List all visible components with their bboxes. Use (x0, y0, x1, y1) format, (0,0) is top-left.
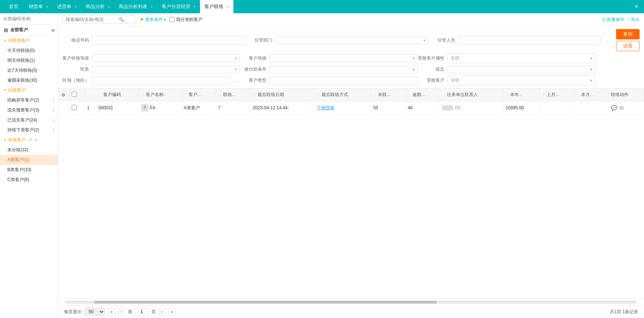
sidebar-item[interactable]: A类客户(1) (0, 155, 58, 165)
sidebar-group-待联络客户[interactable]: ▼ 待联络客户 (0, 36, 58, 46)
nav-tab-首页[interactable]: 首页 (3, 0, 24, 13)
nav-tab-进货单[interactable]: 进货单× (53, 0, 81, 13)
export-icon: ↑ (627, 17, 630, 22)
export-btn[interactable]: ↑ 导出 (627, 17, 640, 23)
sidebar-group-问题客户[interactable]: ▼ 问题客户 (0, 85, 58, 95)
tab-close-icon[interactable]: × (46, 4, 48, 9)
tab-close-icon[interactable]: × (193, 4, 196, 9)
refresh-icon[interactable]: ↺ (29, 138, 32, 142)
more-conditions-btn[interactable]: ▼ 更多条件 ▾ (140, 17, 166, 23)
filter-price-level: 客户价格等级 ▾ (62, 54, 240, 62)
sidebar-item[interactable]: C类客户(6) (0, 175, 58, 185)
price-level-select[interactable]: ▾ (92, 54, 240, 62)
overdue-column[interactable]: ⋮ 逾期... (405, 89, 440, 101)
gear-column[interactable]: ⚙ (58, 89, 69, 101)
action-column: 联络动作 (609, 89, 644, 101)
row-last-date: 2023-04-12 14:44: (250, 101, 314, 115)
batch-ops-btn[interactable]: ☑ 批量操作 (602, 17, 625, 23)
this-year-column[interactable]: ⋮ 本年... (503, 89, 540, 101)
last-page-btn[interactable]: » (168, 308, 176, 315)
uncontacted-column[interactable]: ⋮ 未联... (371, 89, 405, 101)
sidebar-item[interactable]: 今天待联络(0) (0, 46, 58, 56)
sidebar-search-input[interactable] (3, 16, 58, 21)
phone-input[interactable] (92, 36, 246, 45)
last-way-column[interactable]: ⋮ 最后联络方式 (314, 89, 371, 101)
chevron-down-icon: ▾ (413, 56, 415, 60)
tab-close-icon[interactable]: × (74, 4, 76, 9)
close-all-btn[interactable]: × (632, 3, 641, 10)
last-way-link[interactable]: 下销货单 (317, 105, 334, 110)
set-btn[interactable]: 设置 (616, 41, 640, 51)
sidebar-group-价值客户[interactable]: ▼ 价值客户 ↺✎ (0, 135, 58, 145)
retail-attr-select[interactable]: 全部 ▾ (447, 53, 595, 63)
region-input[interactable] (92, 76, 230, 85)
table-row: 1 000031 ?Ea A类客户 7 2023-04-12 14:44: 下销… (58, 101, 644, 115)
nature-select[interactable]: ▾ (92, 66, 240, 73)
customer-level-select[interactable]: ▾ (269, 54, 418, 62)
class-column[interactable]: ⋮ 客户... (181, 89, 216, 101)
nav-tab-商品分析[interactable]: 商品分析× (81, 0, 114, 13)
customer-type-input[interactable] (269, 76, 418, 85)
nav-tab-客户分层经营[interactable]: 客户分层经营× (157, 0, 200, 13)
triangle-icon: ▼ (4, 138, 7, 142)
qr-icon[interactable]: ⊞ (619, 105, 624, 111)
per-page-select[interactable]: 50 20 100 (85, 308, 105, 316)
sidebar-item[interactable]: 已流失客户(24)ℹ (0, 115, 58, 125)
tab-close-icon[interactable]: × (150, 4, 153, 9)
manager-dots-btn[interactable]: … (601, 38, 612, 43)
region-dots-btn[interactable]: … (230, 78, 240, 83)
horizontal-scrollbar[interactable] (58, 298, 644, 305)
sidebar-item[interactable]: B类客户(33) (0, 165, 58, 175)
code-column[interactable]: ⋮ 客户编码 (96, 89, 139, 101)
scroll-track[interactable] (65, 301, 637, 304)
row-this-month (574, 101, 609, 115)
sidebar-all-customers[interactable]: ⊞ 全部客户 ◀ (0, 25, 58, 36)
sidebar-item[interactable]: 近7天待联络(0) (0, 66, 58, 75)
message-icon[interactable]: 💬 (611, 105, 617, 111)
this-month-column[interactable]: ⋮ 本月... (574, 89, 609, 101)
filter-retail-customer: 零散客户 全部 ▾ (418, 75, 595, 85)
row-select-checkbox[interactable] (72, 105, 77, 110)
row-gear (58, 101, 69, 115)
nav-tab-商品分析列表[interactable]: 商品分析列表× (114, 0, 157, 13)
main-search-input[interactable] (66, 17, 117, 22)
nav-tab-客户联络[interactable]: 客户联络× (200, 0, 233, 13)
nav-tab-销货单[interactable]: 销货单× (24, 0, 53, 13)
main-search-icon[interactable]: 🔍 (119, 17, 124, 22)
query-btn[interactable]: 查询 (616, 29, 640, 39)
next-page-btn[interactable]: › (159, 308, 165, 315)
select-all-checkbox[interactable] (72, 92, 77, 97)
sidebar-item[interactable]: 未分组(32) (0, 145, 58, 155)
last-date-column[interactable]: ⋮ 最后联络日期 (250, 89, 314, 101)
page-number-input[interactable] (135, 308, 149, 315)
status-select[interactable]: ▾ (447, 66, 595, 73)
prev-page-btn[interactable]: ‹ (118, 308, 125, 315)
sidebar-all-label: 全部客户 (10, 27, 28, 33)
name-column[interactable]: ⋮ 客户名称 (139, 89, 181, 101)
sidebar-item[interactable]: 逾期未联络(30) (0, 75, 58, 85)
sidebar-item[interactable]: 流失预警客户(3)ℹ (0, 105, 58, 115)
edit-icon[interactable]: ✎ (35, 138, 38, 142)
tab-close-icon[interactable]: × (226, 4, 229, 9)
unit-contact-column[interactable]: ⋮ 往来单位联系人 (440, 89, 503, 101)
chevron-down-icon: ▾ (164, 18, 166, 22)
sidebar-item[interactable]: 回购异常客户(2)ℹ (0, 95, 58, 105)
tab-close-icon[interactable]: × (108, 4, 110, 9)
sidebar-item[interactable]: 持续下滑客户(2)ℹ (0, 125, 58, 135)
table-header-row: ⚙ ⋮ 客户编码 ⋮ 客户名称 ⋮ 客户... ⋮ 联络... ⋮ 最后联络日期… (58, 89, 644, 101)
my-customers-checkbox[interactable] (169, 17, 175, 22)
row-name: ?Ea (139, 101, 181, 115)
manager-input[interactable] (458, 36, 601, 45)
payment-select[interactable]: ▾ (269, 66, 418, 73)
filter-status: 状态 ▾ (418, 66, 595, 73)
retail-customer-select[interactable]: 全部 ▾ (447, 75, 595, 85)
main-layout: 🔍 ⊞ 全部客户 ◀ ▼ 待联络客户今天待联络(0)明天待联络(1)近7天待联络… (0, 13, 644, 318)
first-page-btn[interactable]: « (108, 308, 115, 315)
dept-select[interactable]: ▾ (275, 36, 429, 44)
collapse-icon[interactable]: ◀ (51, 28, 54, 33)
last-month-column[interactable]: ⋮ 上月... (540, 89, 574, 101)
sidebar-item[interactable]: 明天待联络(1) (0, 56, 58, 66)
contact-column[interactable]: ⋮ 联络... (216, 89, 250, 101)
row-code: 000031 (96, 101, 139, 115)
scroll-thumb[interactable] (94, 301, 437, 304)
